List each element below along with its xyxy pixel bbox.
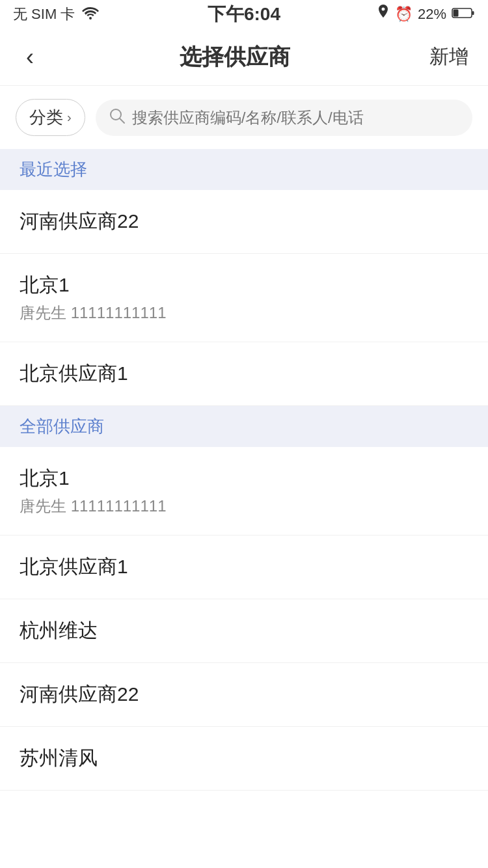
back-button[interactable]: ‹ <box>20 37 40 77</box>
filter-bar: 分类 › <box>0 86 488 149</box>
item-name: 北京供应商1 <box>20 360 468 387</box>
wifi-icon <box>81 5 100 23</box>
item-sub: 唐先生 11111111111 <box>20 303 468 323</box>
list-item[interactable]: 北京1唐先生 11111111111 <box>0 254 488 342</box>
recent-section-label: 最近选择 <box>20 159 87 179</box>
recent-list: 河南供应商22北京1唐先生 11111111111北京供应商1 <box>0 190 488 406</box>
status-time: 下午6:04 <box>208 2 280 27</box>
item-name: 河南供应商22 <box>20 208 468 235</box>
status-bar: 无 SIM 卡 下午6:04 ⏰ 22% <box>0 0 488 29</box>
list-item[interactable]: 苏州清风 <box>0 727 488 791</box>
nav-bar: ‹ 选择供应商 新增 <box>0 29 488 86</box>
all-list: 北京1唐先生 11111111111北京供应商1杭州维达河南供应商22苏州清风 <box>0 447 488 791</box>
status-right: ⏰ 22% <box>377 5 475 24</box>
item-sub: 唐先生 11111111111 <box>20 496 468 517</box>
category-filter-button[interactable]: 分类 › <box>16 99 85 136</box>
list-item[interactable]: 杭州维达 <box>0 599 488 663</box>
search-input[interactable] <box>132 109 459 127</box>
battery-icon <box>452 6 475 23</box>
all-section-label: 全部供应商 <box>20 416 104 436</box>
alarm-icon: ⏰ <box>395 6 413 23</box>
item-name: 北京1 <box>20 272 468 299</box>
status-left: 无 SIM 卡 <box>13 5 100 24</box>
all-section-header: 全部供应商 <box>0 406 488 447</box>
item-name: 苏州清风 <box>20 745 468 772</box>
page-title: 选择供应商 <box>180 42 290 72</box>
search-box <box>96 100 472 136</box>
list-item[interactable]: 北京供应商1 <box>0 342 488 406</box>
list-item[interactable]: 河南供应商22 <box>0 190 488 254</box>
svg-line-4 <box>120 118 124 123</box>
chevron-right-icon: › <box>67 110 72 125</box>
battery-label: 22% <box>418 6 446 23</box>
recent-section-header: 最近选择 <box>0 149 488 190</box>
add-button[interactable]: 新增 <box>429 44 468 70</box>
item-name: 北京供应商1 <box>20 554 468 580</box>
item-name: 北京1 <box>20 465 468 492</box>
svg-rect-1 <box>454 10 459 17</box>
category-label: 分类 <box>29 106 63 129</box>
location-icon <box>377 5 390 24</box>
list-item[interactable]: 河南供应商22 <box>0 663 488 727</box>
item-name: 杭州维达 <box>20 617 468 644</box>
svg-rect-2 <box>472 11 474 15</box>
list-item[interactable]: 北京供应商1 <box>0 536 488 599</box>
item-name: 河南供应商22 <box>20 681 468 708</box>
carrier-label: 无 SIM 卡 <box>13 5 75 24</box>
search-icon <box>109 107 126 128</box>
list-item[interactable]: 北京1唐先生 11111111111 <box>0 447 488 536</box>
